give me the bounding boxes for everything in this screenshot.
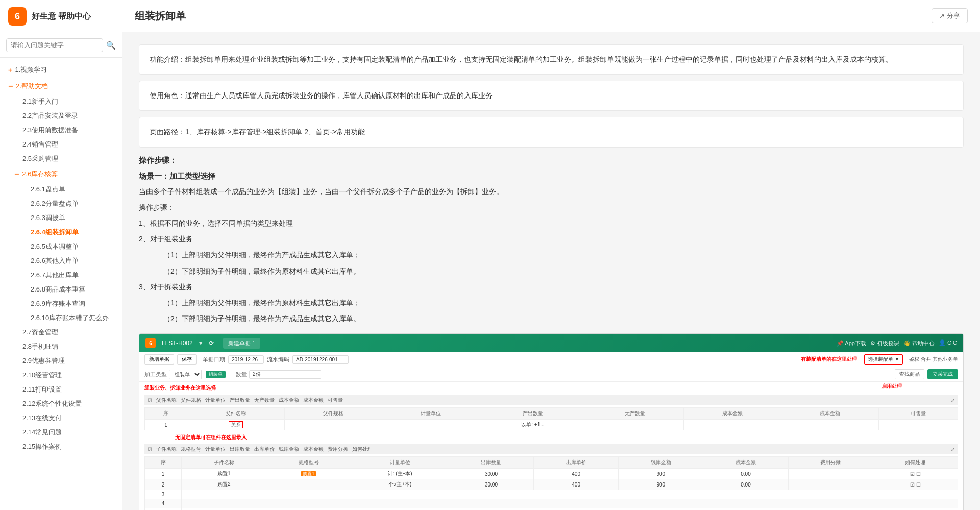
child-table-section: ☑ 子件名称 规格型号 计量单位 出库数量 出库单价 钱库金额 成本金额 费用分… xyxy=(139,442,963,510)
sidebar-item-2-1[interactable]: 2.1新手入门 xyxy=(14,94,122,109)
search-input[interactable] xyxy=(6,38,103,52)
confirm-complete-btn[interactable]: 立采完成 xyxy=(927,369,958,379)
find-btn[interactable]: 查找商品 xyxy=(895,369,924,379)
sidebar-item-2-3[interactable]: 2.3使用前数据准备 xyxy=(14,123,122,137)
table-row: 1 关系 以单: +1... xyxy=(145,420,958,430)
search-icon[interactable]: 🔍 xyxy=(106,41,116,50)
col-cost2: 成本金额 xyxy=(781,408,879,420)
main-area: 组装拆卸单 ↗ 分享 功能介绍：组装拆卸单用来处理企业组装或拆卸等加工业务，支持… xyxy=(122,0,980,510)
role-text: 使用角色：通常由生产人员或库管人员完成拆装业务的操作，库管人员确认原材料的出库和… xyxy=(150,91,493,100)
field-type: 加工类型 组装单 拆卸单 组装单 xyxy=(144,370,226,379)
sidebar-item-2-6-5[interactable]: 2.6.5成本调整单 xyxy=(22,239,122,254)
intro-block: 功能介绍：组装拆卸单用来处理企业组装或拆卸等加工业务，支持有固定装配清单的产品加… xyxy=(139,44,964,75)
child-header-col2: 规格型号 xyxy=(181,446,201,453)
sidebar-item-label: 2.帮助文档 xyxy=(16,82,48,91)
sidebar-item-2-6-6[interactable]: 2.6.6其他入库单 xyxy=(22,254,122,268)
col-saleable: 可售量 xyxy=(879,408,958,420)
child-cell-handle: ☑ ☐ xyxy=(873,469,958,479)
sidebar-item-2-6-10[interactable]: 2.6.10库存账本错了怎么办 xyxy=(22,311,122,325)
qty-label: 数量 xyxy=(236,371,247,378)
parent-header-col7: 成本金额 xyxy=(303,397,324,404)
sidebar-item-2-9[interactable]: 2.9优惠券管理 xyxy=(14,354,122,368)
sidebar-item-2-4[interactable]: 2.4销售管理 xyxy=(14,137,122,152)
sub-nav-docs: 2.1新手入门 2.2产品安装及登录 2.3使用前数据准备 2.4销售管理 2.… xyxy=(0,94,122,454)
child-detail-checkbox: ☑ xyxy=(148,447,152,452)
parent-header-col3: 计量单位 xyxy=(205,397,226,404)
sidebar-item-2-6-4[interactable]: 2.6.4组装拆卸单 xyxy=(22,225,122,239)
parent-expand-btn[interactable]: ⤢ xyxy=(951,398,955,403)
col-cost1: 成本金额 xyxy=(684,408,781,420)
child-cell-name: 购置1 xyxy=(182,469,266,479)
share-button[interactable]: ↗ 分享 xyxy=(932,8,968,23)
sidebar-item-2-6-8[interactable]: 2.6.8商品成本重算 xyxy=(22,282,122,297)
type-select[interactable]: 组装单 拆卸单 xyxy=(169,370,202,379)
sidebar-logo: 6 好生意 帮助中心 xyxy=(0,0,122,33)
sidebar-item-2-13[interactable]: 2.13在线支付 xyxy=(14,411,122,425)
app-icon-4: 👤 C.C xyxy=(939,339,957,347)
path-block: 页面路径：1、库存核算->库存管理->组装拆卸单 2、首页->常用功能 xyxy=(139,117,964,147)
parent-header-col6: 成本金额 xyxy=(279,397,299,404)
child-table-row: 4 xyxy=(145,499,958,508)
sidebar-item-2-6[interactable]: − 2.6库存核算 xyxy=(14,166,122,182)
toolbar-btn-add[interactable]: 新增单据 xyxy=(144,354,174,365)
cell-saleable xyxy=(879,420,958,430)
sidebar-item-docs[interactable]: − 2.帮助文档 xyxy=(0,78,122,94)
child-cell-seq-3: 3 xyxy=(145,490,182,499)
toolbar-btn-save[interactable]: 保存 xyxy=(177,354,197,365)
cell-cost1 xyxy=(684,420,781,430)
sidebar-item-videos[interactable]: + 1.视频学习 xyxy=(0,62,122,78)
cell-seq: 1 xyxy=(145,420,187,430)
child-cell-seq-2: 2 xyxy=(145,479,182,490)
col-parent-spec: 父件规格 xyxy=(284,408,382,420)
sidebar-item-2-14[interactable]: 2.14常见问题 xyxy=(14,425,122,440)
logo-icon: 6 xyxy=(8,7,27,26)
sidebar-item-2-2[interactable]: 2.2产品安装及登录 xyxy=(14,109,122,123)
steps-title: 操作步骤： xyxy=(139,156,964,165)
child-table-row: 2 购置2 个:(主+本) 30.00 400 900 0.00 ☑ ☐ xyxy=(145,479,958,490)
doc-toolbar: 新增单据 保存 单据日期 2019-12-26 流水编码 AD-20191226… xyxy=(139,352,963,367)
app-new-doc: 新建单据-1 xyxy=(223,338,261,349)
child-table-row: 1 购置1 购置1 计: (主+本) 30.00 400 900 0.00 ☑ … xyxy=(145,469,958,479)
sidebar-item-2-6-3[interactable]: 2.6.3调拨单 xyxy=(22,211,122,225)
sidebar-item-2-12[interactable]: 2.12系统个性化设置 xyxy=(14,397,122,411)
sidebar-item-2-6-9[interactable]: 2.6.9库存账本查询 xyxy=(22,297,122,311)
parent-header-col8: 可售量 xyxy=(328,397,343,404)
sidebar-item-2-6-7[interactable]: 2.6.7其他出库单 xyxy=(22,268,122,282)
child-cell-fee xyxy=(788,469,873,479)
sidebar-item-2-6-2[interactable]: 2.6.2分量盘点单 xyxy=(22,197,122,211)
sidebar-item-2-5[interactable]: 2.5采购管理 xyxy=(14,152,122,166)
cell-cost2 xyxy=(781,420,879,430)
right-actions: 查找商品 立采完成 xyxy=(895,369,958,379)
child-cell-unit-2: 个:(主+本) xyxy=(351,479,449,490)
sidebar-item-2-10[interactable]: 2.10经营管理 xyxy=(14,368,122,382)
toolbar-docno-value: AD-20191226-001 xyxy=(292,355,349,364)
sidebar-item-2-11[interactable]: 2.11打印设置 xyxy=(14,382,122,397)
step-2-2: （2）下部明细为子件明细，最终作为原材料生成其它出库单。 xyxy=(163,265,964,278)
type-tag: 组装单 xyxy=(206,371,226,378)
toolbar-docno-label: 流水编码 xyxy=(267,356,289,363)
app-icon-1: 📌 App下载 xyxy=(837,339,866,347)
step-3-2: （2）下部明细为子件明细，最终作为产成品生成其它入库单。 xyxy=(163,312,964,325)
sidebar-item-2-8[interactable]: 2.8手机旺铺 xyxy=(14,339,122,354)
sidebar-item-2-6-1[interactable]: 2.6.1盘点单 xyxy=(22,182,122,197)
child-cell-empty-4 xyxy=(182,499,958,508)
child-expand-btn[interactable]: ⤢ xyxy=(951,447,955,452)
toolbar-extra: 鉴权 合并 其他业务单 xyxy=(909,356,958,363)
sidebar-item-2-7[interactable]: 2.7资金管理 xyxy=(14,325,122,339)
child-cell-seq-4: 4 xyxy=(145,499,182,508)
child-header-col3: 计量单位 xyxy=(205,446,226,453)
parent-header-col5: 无产数量 xyxy=(254,397,275,404)
child-header-col4: 出库数量 xyxy=(230,446,250,453)
scenario1-desc: 当由多个子件材料组装成一个成品的业务为【组装】业务，当由一个父件拆分成多个子产品… xyxy=(139,185,964,198)
select-assembly-btn[interactable]: 选择装配单 ▼ xyxy=(864,354,903,365)
intro-text: 功能介绍：组装拆卸单用来处理企业组装或拆卸等加工业务，支持有固定装配清单的产品加… xyxy=(150,55,893,63)
child-col-fee: 费用分摊 xyxy=(788,457,873,469)
child-header-col9: 如何处理 xyxy=(352,446,373,453)
child-cell-amt1: 900 xyxy=(619,469,703,479)
qty-input[interactable] xyxy=(249,370,321,379)
cell-out-qty: 以单: +1... xyxy=(479,420,586,430)
child-cell-handle-2: ☑ ☐ xyxy=(873,479,958,490)
annotation-4-row: 无固定清单可在组件在这里录入 xyxy=(139,432,963,442)
sidebar-item-2-15[interactable]: 2.15操作案例 xyxy=(14,440,122,454)
child-header-col7: 成本金额 xyxy=(303,446,324,453)
